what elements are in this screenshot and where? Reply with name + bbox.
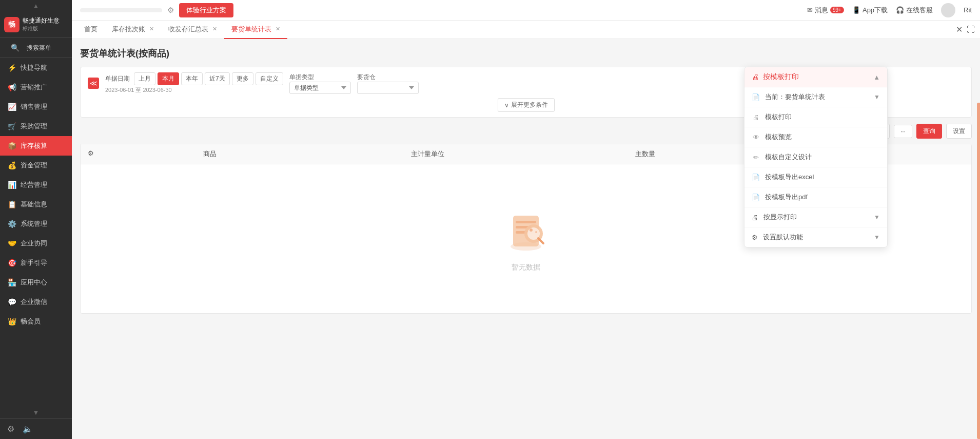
filter-toggle-btn[interactable]: ≪ [88, 78, 99, 89]
dropdown-display-left: 🖨 按显示打印 [752, 213, 797, 222]
tab-order-stats-close[interactable]: ✕ [276, 26, 280, 32]
svg-point-8 [530, 228, 533, 232]
order-type-label: 单据类型 [289, 73, 351, 82]
topbar: ⚙ 体验行业方案 ✉ 消息 99+ 📱 App下载 🎧 在线客服 Rit [72, 0, 980, 21]
template-preview-icon: 👁 [752, 133, 760, 141]
guide-icon: 🎯 [7, 258, 16, 268]
more-label: ··· [900, 128, 906, 135]
phone-icon: 📱 [852, 6, 860, 14]
messages-btn[interactable]: ✉ 消息 99+ [807, 6, 844, 15]
more-btn[interactable]: ··· [894, 125, 912, 138]
date-btn-this-year[interactable]: 本年 [181, 72, 203, 85]
default-settings-label: 设置默认功能 [763, 233, 803, 242]
display-print-chevron: ▼ [874, 214, 880, 221]
default-settings-icon: ⚙ [752, 234, 758, 241]
message-icon: ✉ [807, 6, 813, 14]
expand-tab-icon[interactable]: ⛶ [967, 25, 975, 34]
resize-handle[interactable] [977, 103, 980, 439]
purchase-icon: 🛒 [7, 122, 16, 131]
tab-batch-account[interactable]: 库存批次账 ✕ [105, 21, 161, 39]
sidebar-scroll-down[interactable]: ▼ [0, 407, 72, 418]
dropdown-item-template-design[interactable]: ✏ 模板自定义设计 [744, 147, 887, 167]
tab-batch-account-close[interactable]: ✕ [149, 26, 154, 32]
topbar-right: ✉ 消息 99+ 📱 App下载 🎧 在线客服 Rit [807, 3, 972, 17]
sidebar-item-basic[interactable]: 📋 基础信息 [0, 195, 72, 214]
industry-btn[interactable]: 体验行业方案 [179, 3, 233, 17]
cargo-select[interactable] [357, 82, 419, 94]
settings-bottom-icon[interactable]: ⚙ [7, 424, 14, 434]
sidebar-item-label: 销售管理 [21, 102, 47, 111]
sidebar-item-wechat[interactable]: 💬 企业微信 [0, 292, 72, 312]
current-template-chevron: ▼ [874, 93, 880, 101]
dropdown-current-template[interactable]: 📄 当前：要货单统计表 ▼ [744, 87, 887, 107]
sidebar-item-finance[interactable]: 💰 资金管理 [0, 156, 72, 175]
settings-btn[interactable]: 设置 [946, 124, 972, 139]
order-type-select[interactable]: 单据类型 [289, 82, 351, 94]
tab-receivables-close[interactable]: ✕ [212, 26, 217, 32]
dropdown-item-template-preview[interactable]: 👁 模板预览 [744, 127, 887, 147]
date-btn-this-month[interactable]: 本月 [158, 72, 179, 85]
tab-home-label: 首页 [84, 25, 97, 34]
sidebar-item-guide[interactable]: 🎯 新手引导 [0, 253, 72, 273]
date-btn-7days[interactable]: 近7天 [205, 72, 230, 85]
sales-icon: 📈 [7, 102, 16, 111]
logo-badge: 标准版 [23, 25, 60, 32]
audio-bottom-icon[interactable]: 🔈 [23, 424, 33, 434]
template-print-label: 模板打印 [765, 112, 792, 122]
dropdown-default-settings[interactable]: ⚙ 设置默认功能 ▼ [744, 227, 887, 247]
tab-order-stats[interactable]: 要货单统计表 ✕ [224, 21, 287, 39]
sidebar-item-label: 畅会员 [21, 317, 41, 326]
messages-badge: 99+ [830, 7, 844, 13]
th-quantity: 主数量 [536, 149, 754, 159]
sidebar-item-system[interactable]: ⚙️ 系统管理 [0, 214, 72, 234]
sidebar-item-label: 企业协同 [21, 239, 47, 248]
sidebar-item-marketing[interactable]: 📢 营销推广 [0, 78, 72, 97]
dropdown-title: 按模板打印 [763, 72, 799, 82]
template-print-icon: 🖨 [752, 113, 760, 121]
sidebar-scroll-up[interactable]: ▲ [0, 0, 72, 12]
sidebar-item-label: 采购管理 [21, 122, 47, 131]
empty-icon [500, 205, 552, 257]
sidebar-search[interactable]: 🔍 搜索菜单 [0, 38, 72, 58]
sidebar-item-quick-nav[interactable]: ⚡ 快捷导航 [0, 58, 72, 78]
dropdown-item-template-pdf[interactable]: 📄 按模板导出pdf [744, 187, 887, 207]
sidebar-item-operations[interactable]: 📊 经营管理 [0, 175, 72, 195]
date-buttons: 上月 本月 本年 近7天 更多 自定义 [134, 72, 283, 85]
sidebar-item-label: 资金管理 [21, 161, 47, 170]
date-btn-prev-month[interactable]: 上月 [134, 72, 155, 85]
date-btn-custom[interactable]: 自定义 [256, 72, 283, 85]
expand-conditions-btn[interactable]: ∨ 展开更多条件 [498, 98, 555, 112]
inventory-icon: 📦 [7, 141, 16, 150]
logo-icon: 畅 [4, 17, 19, 32]
sidebar-item-enterprise[interactable]: 🤝 企业协同 [0, 234, 72, 253]
dropdown-item-template-excel[interactable]: 📄 按模板导出excel [744, 167, 887, 187]
sidebar-item-sales[interactable]: 📈 销售管理 [0, 97, 72, 117]
dropdown-display-print[interactable]: 🖨 按显示打印 ▼ [744, 207, 887, 227]
settings-label: 设置 [953, 127, 965, 136]
sidebar-item-label: 经营管理 [21, 180, 47, 189]
logo-text: 畅捷通好生意 [23, 17, 60, 25]
display-print-label: 按显示打印 [763, 213, 797, 222]
sidebar-item-appstore[interactable]: 🏪 应用中心 [0, 273, 72, 292]
sidebar-item-label: 库存核算 [21, 141, 47, 150]
avatar[interactable] [941, 3, 955, 17]
app-download-btn[interactable]: 📱 App下载 [852, 6, 888, 15]
close-tab-icon[interactable]: ✕ [956, 25, 963, 34]
th-settings[interactable]: ⚙ [81, 149, 101, 159]
dropdown-item-template-print[interactable]: 🖨 模板打印 [744, 107, 887, 127]
query-btn[interactable]: 查询 [916, 124, 942, 139]
sidebar-item-purchase[interactable]: 🛒 采购管理 [0, 117, 72, 136]
tab-home[interactable]: 首页 [77, 21, 105, 39]
template-design-icon: ✏ [752, 153, 760, 161]
date-btn-more[interactable]: 更多 [232, 72, 253, 85]
sidebar-item-inventory[interactable]: 📦 库存核算 [0, 136, 72, 156]
date-range-text: 2023-06-01 至 2023-06-30 [105, 86, 283, 94]
tab-receivables[interactable]: 收发存汇总表 ✕ [161, 21, 224, 39]
template-preview-label: 模板预览 [765, 132, 792, 142]
sidebar-item-member[interactable]: 👑 畅会员 [0, 312, 72, 331]
enterprise-icon: 🤝 [7, 239, 16, 248]
topbar-gear-icon[interactable]: ⚙ [167, 6, 174, 15]
dropdown-settings-left: ⚙ 设置默认功能 [752, 233, 803, 242]
topbar-search-box[interactable] [80, 8, 162, 12]
online-service-btn[interactable]: 🎧 在线客服 [896, 6, 933, 15]
